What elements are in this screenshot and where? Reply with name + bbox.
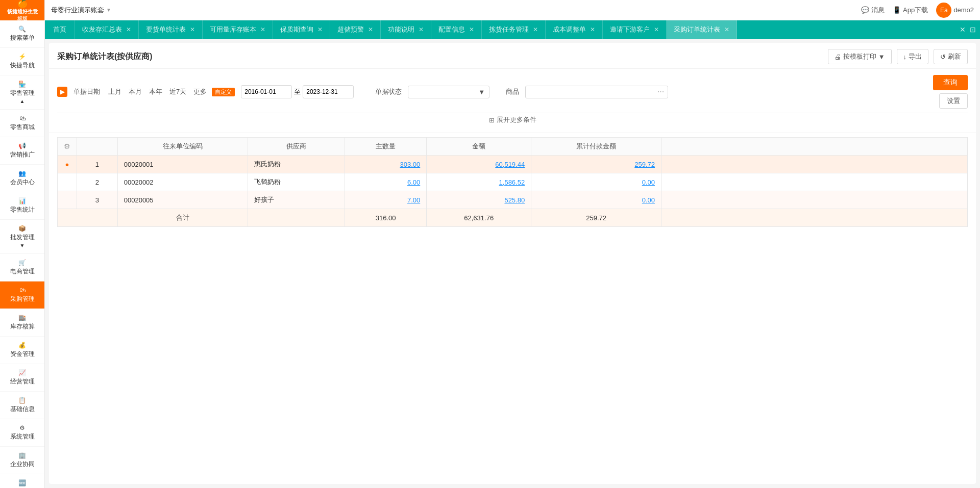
tab-close-icon[interactable]: ✕ — [724, 26, 729, 33]
tab-close-icon[interactable]: ✕ — [368, 26, 373, 33]
tab-goods-stat-label: 要货单统计表 — [146, 25, 186, 34]
tab-cost-adjust[interactable]: 成本调整单 ✕ — [546, 20, 603, 39]
sidebar-item-wholesale[interactable]: 📦 批发管理 ▼ — [0, 220, 44, 254]
tab-expire-query[interactable]: 保质期查询 ✕ — [273, 20, 330, 39]
date-shortcut-7days[interactable]: 近7天 — [167, 86, 188, 97]
tab-close-icon[interactable]: ✕ — [126, 26, 131, 33]
tab-purchase-stat[interactable]: 采购订单统计表 ✕ — [667, 20, 737, 39]
sidebar-item-member[interactable]: 👥 会员中心 — [0, 165, 44, 192]
row-checkbox[interactable] — [58, 173, 77, 191]
table-settings-icon[interactable]: ⚙ — [64, 142, 70, 150]
tab-stock-book[interactable]: 可用量库存账本 ✕ — [203, 20, 273, 39]
row-checkbox[interactable] — [58, 191, 77, 209]
row-supplier: 飞鹤奶粉 — [248, 173, 345, 191]
goods-input[interactable] — [525, 86, 668, 98]
sidebar-item-retail-store[interactable]: 🛍 零售商城 — [0, 110, 44, 137]
amount-link[interactable]: 1,586.52 — [499, 178, 525, 186]
sidebar-item-label: 经营管理 — [10, 377, 35, 386]
tab-controls: ✕ ⊡ — [955, 20, 980, 39]
tab-config[interactable]: 配置信息 ✕ — [431, 20, 482, 39]
amount-link[interactable]: 60,519.44 — [495, 161, 525, 168]
sidebar-logo: 🍊 畅捷通好生意 标版 — [0, 0, 44, 20]
row-qty: 303.00 — [345, 156, 427, 173]
row-checkbox[interactable]: ● — [58, 156, 77, 173]
tab-expand-icon[interactable]: ⊡ — [970, 25, 976, 34]
user-profile[interactable]: Ea demo2 — [936, 3, 974, 18]
sidebar-item-operation[interactable]: 📈 经营管理 — [0, 364, 44, 392]
sidebar-item-label: 会员中心 — [10, 178, 35, 187]
sidebar-item-stock[interactable]: 🏬 库存核算 — [0, 309, 44, 337]
tab-close-icon[interactable]: ✕ — [260, 26, 265, 33]
sidebar-item-basic[interactable]: 📋 基础信息 — [0, 392, 44, 419]
table-row[interactable]: ● 1 00020001 惠氏奶粉 303.00 60,519.44 259.7… — [58, 156, 968, 173]
tab-close-icon[interactable]: ✕ — [533, 26, 538, 33]
sidebar-item-guide[interactable]: 🆕 新手引导 — [0, 474, 44, 488]
sidebar-item-enterprise[interactable]: 🏢 企业协同 — [0, 447, 44, 474]
table-container: ⚙ 往来单位编码 供应商 主数量 金额 累计付款金额 — [49, 133, 976, 231]
row-amount: 1,586.52 — [427, 173, 531, 191]
sidebar-item-finance[interactable]: 💰 资金管理 — [0, 337, 44, 364]
tab-home[interactable]: 首页 — [45, 20, 75, 39]
export-button[interactable]: ↓ 导出 — [897, 49, 929, 64]
sidebar-item-search[interactable]: 🔍 搜索菜单 — [0, 20, 44, 48]
row-qty: 7.00 — [345, 191, 427, 209]
sidebar: 🍊 畅捷通好生意 标版 🔍 搜索菜单 ⚡ 快捷导航 🏪 零售管理 ▲ 🛍 零售商… — [0, 0, 45, 488]
message-button[interactable]: 💬 消息 — [861, 6, 885, 15]
paid-link[interactable]: 259.72 — [634, 161, 655, 168]
date-shortcut-more[interactable]: 更多 — [191, 86, 209, 97]
amount-link[interactable]: 525.80 — [504, 196, 525, 204]
query-button[interactable]: 查询 — [933, 75, 968, 90]
template-print-button[interactable]: 🖨 按模板打印 ▼ — [828, 49, 892, 64]
tab-close-icon[interactable]: ✕ — [317, 26, 323, 33]
workspace-selector[interactable]: 母婴行业演示账套 ▼ — [51, 6, 111, 15]
refresh-button[interactable]: ↺ 刷新 — [934, 49, 968, 64]
date-shortcut-this-month[interactable]: 本月 — [127, 86, 144, 97]
settings-button[interactable]: 设置 — [939, 93, 968, 109]
tab-overstock[interactable]: 超储预警 ✕ — [330, 20, 381, 39]
logo-icon: 🍊 — [17, 0, 28, 8]
app-download-label: App下载 — [903, 6, 928, 15]
sidebar-item-quick-nav[interactable]: ⚡ 快捷导航 — [0, 48, 44, 75]
col-qty-header: 主数量 — [345, 138, 427, 156]
date-shortcut-this-year[interactable]: 本年 — [147, 86, 164, 97]
tab-func-desc[interactable]: 功能说明 ✕ — [381, 20, 431, 39]
status-select[interactable]: ▼ — [408, 86, 489, 98]
sidebar-item-purchase[interactable]: 🛍 采购管理 — [0, 281, 44, 309]
tab-collect-pay[interactable]: 收发存汇总表 ✕ — [75, 20, 139, 39]
tab-goods-stat[interactable]: 要货单统计表 ✕ — [139, 20, 203, 39]
goods-filter-wrap: ··· — [525, 86, 668, 98]
sidebar-item-ecommerce[interactable]: 🛒 电商管理 — [0, 254, 44, 281]
sidebar-item-retail-stat[interactable]: 📊 零售统计 — [0, 192, 44, 220]
logo-text: 畅捷通好生意 — [7, 8, 38, 15]
sidebar-item-marketing[interactable]: 📢 营销推广 — [0, 137, 44, 165]
sidebar-item-system[interactable]: ⚙ 系统管理 — [0, 419, 44, 447]
table-row[interactable]: 3 00020005 好孩子 7.00 525.80 0.00 — [58, 191, 968, 209]
tab-picking[interactable]: 拣货任务管理 ✕ — [482, 20, 546, 39]
col-amount-header: 金额 — [427, 138, 531, 156]
col-settings-header: ⚙ — [58, 138, 77, 156]
tab-close-icon[interactable]: ✕ — [469, 26, 474, 33]
tab-close-all-icon[interactable]: ✕ — [960, 25, 966, 34]
table-row[interactable]: 2 00020002 飞鹤奶粉 6.00 1,586.52 0.00 — [58, 173, 968, 191]
date-start-input[interactable] — [241, 85, 292, 98]
qty-link[interactable]: 7.00 — [407, 196, 420, 204]
goods-input-more-icon[interactable]: ··· — [657, 87, 664, 96]
qty-link[interactable]: 6.00 — [407, 178, 420, 186]
date-end-input[interactable] — [303, 85, 354, 98]
refresh-icon: ↺ — [940, 53, 946, 61]
tab-invite-customer[interactable]: 邀请下游客户 ✕ — [603, 20, 667, 39]
tab-close-icon[interactable]: ✕ — [419, 26, 424, 33]
tab-close-icon[interactable]: ✕ — [654, 26, 659, 33]
paid-link[interactable]: 0.00 — [642, 178, 655, 186]
expand-more-button[interactable]: ⊞ 展开更多条件 — [57, 113, 968, 126]
page-actions: 🖨 按模板打印 ▼ ↓ 导出 ↺ 刷新 — [828, 49, 968, 64]
qty-link[interactable]: 303.00 — [400, 161, 420, 168]
date-shortcut-last-month[interactable]: 上月 — [106, 86, 124, 97]
sidebar-item-retail[interactable]: 🏪 零售管理 ▲ — [0, 75, 44, 110]
tab-close-icon[interactable]: ✕ — [190, 26, 195, 33]
date-custom-tag[interactable]: 自定义 — [212, 88, 235, 96]
app-download-button[interactable]: 📱 App下载 — [893, 6, 928, 15]
filter-toggle-button[interactable]: ▶ — [57, 87, 67, 97]
tab-close-icon[interactable]: ✕ — [590, 26, 595, 33]
paid-link[interactable]: 0.00 — [642, 196, 655, 204]
